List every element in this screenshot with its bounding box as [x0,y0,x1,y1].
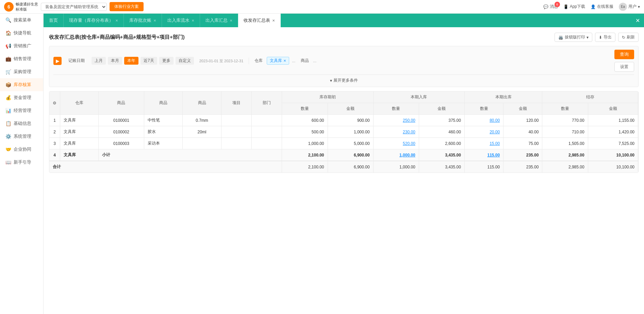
user-menu[interactable]: Ea 用户 ▾ [619,3,640,11]
filter-toggle-button[interactable]: ▶ [53,57,62,65]
goods-more[interactable]: ... [313,59,316,63]
close-all-tabs-button[interactable]: ✕ [631,17,644,24]
filter-area: ▶ 记账日期 上月 本月 本年 近7天 更多 自定义 20 [49,46,639,87]
sidebar-item-6[interactable]: 💰资金管理 [0,91,43,104]
export-button[interactable]: ⬇ 导出 [595,33,615,42]
tab-2[interactable]: 库存批次账✕ [124,14,162,27]
sub-in-qty[interactable]: 1,000.00 [373,149,419,161]
export-icon: ⬇ [599,35,602,40]
row-spec-0: 0.7mm [182,115,221,126]
tab-0[interactable]: 首页 [44,14,64,27]
row-in-qty-0[interactable]: 250.00 [373,115,419,126]
row-out-qty-0[interactable]: 80.00 [464,115,503,126]
date-btn-last-month[interactable]: 上月 [92,57,106,65]
row-close-qty-1: 710.00 [542,126,588,138]
th-closing-group: 结存 [542,92,638,103]
tab-close-5[interactable]: ✕ [272,19,275,22]
date-btn-this-month[interactable]: 本月 [108,57,122,65]
sidebar-item-4[interactable]: 🛒采购管理 [0,65,43,78]
message-button[interactable]: 💬 消息 6 [543,4,558,10]
total-open-qty: 2,100.00 [282,161,328,172]
row-out-qty-2[interactable]: 15.00 [464,138,503,149]
row-no-2: 3 [49,138,60,149]
chevron-down-icon: ▾ [638,4,640,9]
row-code-0: 0100001 [98,115,144,126]
row-out-qty-1[interactable]: 20.00 [464,126,503,138]
sidebar-icon-10: 🤝 [5,147,11,152]
date-btn-more[interactable]: 更多 [159,57,174,65]
data-table: ⚙ 仓库 商品 商品 商品 项目 部门 库存期初 本期入库 本期出库 [49,91,639,173]
tab-3[interactable]: 出入库流水✕ [162,14,200,27]
warehouse-more[interactable]: ... [292,59,295,63]
expand-more-button[interactable]: ▾ 展开更多条件 [53,75,634,83]
total-in-qty: 1,000.00 [373,161,419,172]
system-select[interactable]: 装备及固定资产辅助管理系统 [41,3,107,11]
th-goods-spec: 商品 [182,92,221,115]
tab-close-2[interactable]: ✕ [153,19,156,22]
experience-button[interactable]: 体验行业方案 [110,2,144,11]
query-button[interactable]: 查询 [614,50,634,59]
warehouse-tag[interactable]: 文具库 ✕ [267,57,289,65]
refresh-button[interactable]: ↻ 刷新 [618,33,639,42]
print-icon: 🖨️ [558,35,563,40]
sidebar-item-2[interactable]: 📢营销推广 [0,39,43,52]
app-download-button[interactable]: 📱 App下载 [563,4,585,10]
sub-out-qty[interactable]: 115.00 [464,149,503,161]
row-close-amt-2: 7,525.00 [588,138,638,149]
sidebar-item-10[interactable]: 🤝企业协同 [0,143,43,156]
sub-open-qty: 2,100.00 [282,149,328,161]
row-project-0 [221,115,252,126]
service-icon: 👤 [591,4,596,9]
row-code-1: 0100002 [98,126,144,138]
row-close-qty-2: 1,505.00 [542,138,588,149]
sidebar-item-7[interactable]: 📊经营管理 [0,104,43,117]
tab-close-1[interactable]: ✕ [115,19,118,22]
tab-label-3: 出入库流水 [167,17,189,23]
sidebar-item-1[interactable]: 🏠快捷导航 [0,27,43,39]
tab-close-3[interactable]: ✕ [192,19,194,22]
sidebar-item-8[interactable]: 📋基础信息 [0,117,43,130]
row-spec-1: 20ml [182,126,221,138]
sidebar-icon-7: 📊 [5,108,11,113]
sidebar-label-5: 库存核算 [14,82,31,88]
warehouse-tag-close[interactable]: ✕ [283,59,286,63]
date-btn-custom[interactable]: 自定义 [176,57,194,65]
tab-5[interactable]: 收发存汇总表✕ [238,14,281,27]
online-service-button[interactable]: 👤 在线客服 [591,4,613,10]
tab-1[interactable]: 现存量（库存分布表）✕ [64,14,124,27]
row-warehouse-1: 文具库 [60,126,99,138]
sub-in-amt: 3,435.00 [419,149,464,161]
page-title: 收发存汇总表(按仓库+商品编码+商品+规格型号+项目+部门) [49,34,185,40]
tab-4[interactable]: 出入库汇总✕ [200,14,238,27]
th-department: 部门 [252,92,282,115]
settings-button[interactable]: 设置 [614,62,634,72]
row-in-qty-2[interactable]: 520.00 [373,138,419,149]
print-button[interactable]: 🖨️ 拔锁版打印 ▾ [555,33,592,42]
row-in-qty-1[interactable]: 230.00 [373,126,419,138]
tab-label-4: 出入库汇总 [205,17,228,23]
date-btn-7days[interactable]: 近7天 [141,57,157,65]
table-settings-col[interactable]: ⚙ [49,92,60,115]
total-out-qty: 115.00 [464,161,503,172]
sidebar-item-9[interactable]: ⚙️系统管理 [0,130,43,143]
goods-filter: 商品 ... [301,58,316,64]
date-btn-this-year[interactable]: 本年 [124,57,138,65]
sidebar-item-11[interactable]: 📖新手引导 [0,156,43,169]
row-close-qty-0: 770.00 [542,115,588,126]
total-close-amt: 10,100.00 [588,161,638,172]
tab-label-1: 现存量（库存分布表） [69,17,113,23]
date-shortcuts: 上月 本月 本年 近7天 更多 自定义 [92,57,194,65]
th-warehouse: 仓库 [60,92,99,115]
sidebar-item-5[interactable]: 📦库存核算 [0,78,43,91]
date-range-display: 2023-01-01 至 2023-12-31 [199,59,244,64]
sub-warehouse: 文具库 [60,149,99,161]
sub-no: 4 [49,149,60,161]
sidebar-label-2: 营销推广 [14,43,31,49]
sidebar-item-3[interactable]: 💼销售管理 [0,52,43,65]
tab-close-4[interactable]: ✕ [230,19,232,22]
sidebar-icon-0: 🔍 [5,17,11,23]
sidebar-item-0[interactable]: 🔍搜索菜单 [0,14,43,27]
sidebar-label-10: 企业协同 [14,146,31,152]
row-out-amt-0: 120.00 [503,115,542,126]
sub-close-amt: 10,100.00 [588,149,638,161]
